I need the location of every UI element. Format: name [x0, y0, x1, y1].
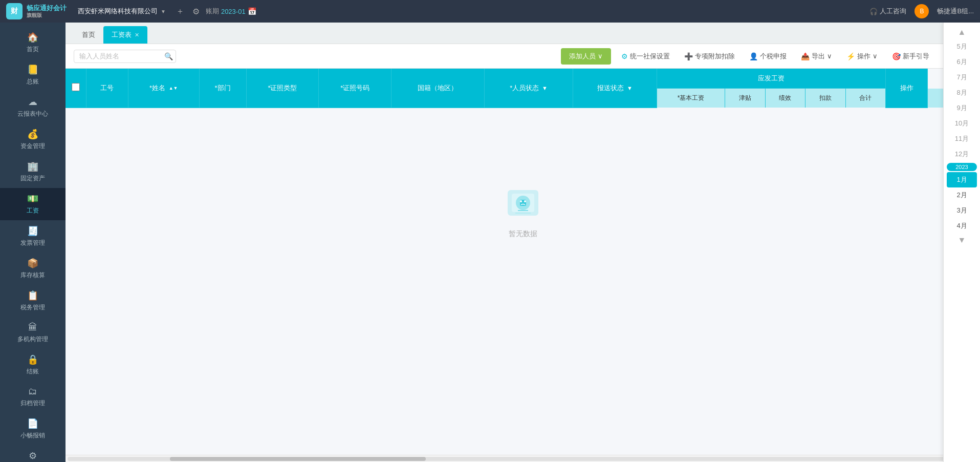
tab-salary[interactable]: 工资表 ✕ — [103, 26, 147, 44]
cal-month-2[interactable]: 2月 — [944, 187, 980, 203]
sidebar-item-expense[interactable]: 📄 小畅报销 — [0, 413, 66, 445]
empty-text: 暂无数据 — [509, 229, 537, 239]
logo-sub: 旗舰版 — [27, 12, 67, 18]
cal-month-7[interactable]: 7月 — [944, 70, 980, 85]
scroll-thumb[interactable] — [170, 457, 426, 461]
cal-month-12[interactable]: 12月 — [944, 146, 980, 162]
cal-month-9[interactable]: 9月 — [944, 100, 980, 116]
th-report-status: 报送状态 ▼ — [573, 69, 657, 108]
top-right-actions: 🎧 人工咨询 B 畅捷通B组... — [869, 4, 974, 18]
bottom-scrollbar[interactable] — [66, 455, 980, 462]
period-label: 账期 — [206, 7, 219, 16]
asset-icon: 🏢 — [27, 161, 38, 172]
salary-table: 工号 *姓名 ▲▼ *部门 *证照类型 *证照号码 国籍（地区） *人员状态 ▼ — [66, 69, 980, 108]
svg-point-7 — [524, 200, 526, 202]
fund-icon: 💰 — [27, 129, 38, 140]
calendar-panel: ▲ 5月 6月 7月 8月 9月 10月 11月 12月 2023 1月 2月 … — [943, 23, 980, 462]
special-deduct-icon: ➕ — [684, 52, 693, 60]
export-label: 导出 — [812, 52, 825, 61]
personal-tax-btn[interactable]: 👤 个税申报 — [745, 50, 791, 63]
social-settings-btn[interactable]: ⚙ 统一社保设置 — [617, 50, 674, 63]
th-total: 合计 — [845, 89, 885, 108]
cal-month-11[interactable]: 11月 — [944, 131, 980, 146]
export-icon: 📤 — [801, 52, 810, 60]
sidebar-item-cloud-report[interactable]: ☁ 云报表中心 — [0, 91, 66, 123]
guide-toolbar-icon: 🎯 — [892, 52, 901, 60]
add-person-button[interactable]: 添加人员 ∨ — [561, 48, 611, 65]
cal-year-badge: 2023 — [947, 163, 977, 171]
invoice-icon: 🧾 — [27, 225, 38, 237]
report-status-filter-icon[interactable]: ▼ — [627, 85, 633, 91]
empty-state-icon — [503, 182, 543, 223]
company-dropdown-arrow: ▼ — [161, 9, 166, 14]
tab-home[interactable]: 首页 — [74, 26, 103, 44]
sidebar-item-settings[interactable]: ⚙ 基础设置 — [0, 445, 66, 462]
guide-btn[interactable]: 🎯 新手引导 — [888, 50, 933, 63]
logo-area: 财 畅应通好会计 旗舰版 — [6, 3, 68, 19]
expense-icon: 📄 — [27, 418, 38, 429]
sidebar-item-inventory[interactable]: 📦 库存核算 — [0, 253, 66, 285]
sidebar-item-close[interactable]: 🔒 结账 — [0, 349, 66, 381]
user-avatar[interactable]: B — [914, 4, 929, 18]
th-name: *姓名 ▲▼ — [128, 69, 199, 108]
ledger-icon: 📒 — [27, 64, 38, 75]
sidebar-item-tax[interactable]: 📋 税务管理 — [0, 285, 66, 317]
sidebar-item-ledger[interactable]: 📒 总账 — [0, 59, 66, 91]
guide-label: 新手引导 — [903, 52, 929, 61]
cal-month-10[interactable]: 10月 — [944, 116, 980, 131]
header-actions: ＋ ⚙ — [176, 6, 200, 17]
sidebar-item-archive[interactable]: 🗂 归档管理 — [0, 381, 66, 413]
company-selector[interactable]: 西安虾米网络科技有限公司 ▼ — [78, 7, 166, 16]
cal-month-1[interactable]: 1月 — [947, 172, 977, 187]
sidebar-label-multi-org: 多机构管理 — [17, 335, 48, 344]
cal-nav-up[interactable]: ▲ — [944, 26, 980, 39]
settings-btn[interactable]: ⚙ — [192, 7, 200, 16]
add-person-label: 添加人员 — [569, 52, 596, 61]
special-deduct-btn[interactable]: ➕ 专项附加扣除 — [680, 50, 739, 63]
th-performance: 绩效 — [765, 89, 805, 108]
inventory-icon: 📦 — [27, 258, 38, 269]
cal-month-5[interactable]: 5月 — [944, 39, 980, 54]
export-btn[interactable]: 📤 导出 ∨ — [797, 50, 836, 63]
cal-month-8[interactable]: 8月 — [944, 85, 980, 100]
sidebar-item-fixed-asset[interactable]: 🏢 固定资产 — [0, 156, 66, 188]
sidebar-item-fund[interactable]: 💰 资金管理 — [0, 123, 66, 156]
sidebar-item-invoice[interactable]: 🧾 发票管理 — [0, 220, 66, 253]
person-status-filter-icon[interactable]: ▼ — [542, 85, 548, 91]
tab-close-icon[interactable]: ✕ — [135, 32, 139, 38]
th-dept: *部门 — [199, 69, 246, 108]
cal-nav-down[interactable]: ▼ — [944, 234, 980, 247]
sidebar-item-multi-org[interactable]: 🏛 多机构管理 — [0, 317, 66, 349]
sidebar-label-expense: 小畅报销 — [20, 431, 45, 440]
cal-month-6[interactable]: 6月 — [944, 54, 980, 70]
logo-main: 畅应通好会计 — [27, 4, 67, 12]
logo-icon: 财 — [6, 3, 23, 19]
th-id-type: *证照类型 — [246, 69, 319, 108]
cal-month-3[interactable]: 3月 — [944, 203, 980, 218]
sidebar-item-home[interactable]: 🏠 首页 — [0, 27, 66, 59]
cal-month-4[interactable]: 4月 — [944, 218, 980, 234]
operations-arrow: ∨ — [873, 52, 878, 60]
add-person-arrow: ∨ — [598, 52, 603, 60]
toolbar: 🔍 添加人员 ∨ ⚙ 统一社保设置 ➕ 专项附加扣除 👤 个税申报 📤 导出 — [66, 44, 980, 69]
export-arrow: ∨ — [827, 52, 832, 60]
empty-state: 暂无数据 — [66, 108, 980, 313]
tab-bar: 首页 工资表 ✕ — [66, 23, 980, 44]
name-sort-icon[interactable]: ▲▼ — [169, 86, 178, 91]
period-value[interactable]: 2023-01 — [221, 8, 246, 15]
operations-btn[interactable]: ⚡ 操作 ∨ — [842, 50, 882, 63]
search-input[interactable] — [79, 52, 161, 60]
social-settings-icon: ⚙ — [621, 52, 628, 60]
sidebar-label-invoice: 发票管理 — [20, 239, 45, 247]
select-all-checkbox[interactable] — [72, 83, 80, 91]
calendar-icon[interactable]: 📅 — [248, 7, 256, 15]
headset-icon: 🎧 — [869, 8, 878, 15]
th-allowance: 津贴 — [725, 89, 765, 108]
cloud-icon: ☁ — [28, 96, 37, 108]
sidebar-item-salary[interactable]: 💵 工资 — [0, 188, 66, 220]
service-button[interactable]: 🎧 人工咨询 — [869, 7, 906, 16]
personal-tax-icon: 👤 — [749, 52, 758, 60]
scroll-track — [68, 457, 978, 461]
th-person-status: *人员状态 ▼ — [484, 69, 573, 108]
add-company-btn[interactable]: ＋ — [176, 6, 184, 17]
